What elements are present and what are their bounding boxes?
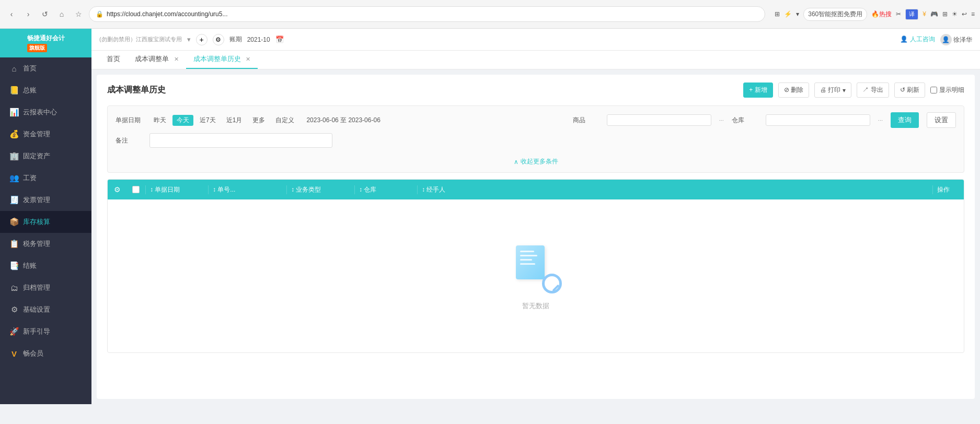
lightning-icon[interactable]: ⚡ (784, 10, 792, 18)
show-col-checkbox-input[interactable] (930, 87, 937, 93)
print-btn[interactable]: 🖨 打印 ▾ (814, 83, 851, 98)
undo-icon[interactable]: ↩ (962, 10, 967, 18)
goods-more-btn[interactable]: ··· (719, 117, 724, 123)
add-period-btn[interactable]: + (196, 34, 207, 45)
sidebar-item-settle[interactable]: 📑 结账 (0, 255, 91, 277)
sidebar-label-guide: 新手引导 (23, 327, 50, 336)
company-notice: (勿删勿禁用）江西服宝测试专用 (99, 36, 182, 43)
filter-row-1: 单据日期 昨天 今天 近7天 近1月 更多 自定义 2023-06-06 至 2… (116, 112, 956, 128)
apps-icon[interactable]: ⊞ (942, 10, 948, 18)
scissors-icon[interactable]: ✂ (896, 10, 901, 18)
sidebar-item-settings[interactable]: ⚙ 基础设置 (0, 299, 91, 321)
shortcut-1month[interactable]: 近1月 (222, 115, 247, 126)
sidebar-item-finance[interactable]: 💰 资金管理 (0, 123, 91, 145)
home-button[interactable]: ⌂ (55, 8, 68, 20)
star-button[interactable]: ☆ (72, 8, 85, 20)
col-date[interactable]: ↕ 单据日期 (145, 185, 208, 194)
calendar-icon[interactable]: 📅 (275, 36, 284, 43)
col-no-label: ↕ 单号... (213, 185, 235, 194)
col-warehouse[interactable]: ↕ 仓库 (354, 185, 417, 194)
search-label[interactable]: 360智能抠图免费用 (803, 8, 867, 21)
sidebar-item-assets[interactable]: 🏢 固定资产 (0, 145, 91, 167)
sidebar-logo[interactable]: 畅捷通好会计 旗舰版 (0, 29, 91, 57)
url-text: https://cloud.chanjet.com/accounting/uru… (107, 10, 227, 18)
warehouse-input[interactable] (766, 114, 870, 126)
delete-btn[interactable]: ⊘ 删除 (778, 83, 809, 98)
sidebar-item-stock[interactable]: 📦 库存核算 (0, 211, 91, 233)
empty-state: 暂无数据 (108, 199, 964, 352)
stock-icon: 📦 (9, 217, 19, 227)
date-range: 2023-06-06 至 2023-06-06 (306, 116, 380, 125)
set-btn[interactable]: 设置 (927, 112, 956, 128)
print-label: 🖨 打印 (820, 86, 840, 95)
page-title: 成本调整单历史 (107, 85, 166, 96)
show-col-toggle[interactable]: 显示明细 (930, 86, 964, 95)
brightness-icon[interactable]: ☀ (952, 10, 958, 18)
tab-close-adjust[interactable]: ✕ (174, 56, 179, 62)
shortcut-today[interactable]: 今天 (172, 115, 193, 126)
main-layout: 畅捷通好会计 旗舰版 ⌂ 首页 📒 总账 📊 云报表中心 💰 资金管理 🏢 固定… (0, 29, 980, 404)
shortcut-custom[interactable]: 自定义 (271, 115, 298, 126)
empty-text: 暂无数据 (522, 301, 549, 311)
refresh-btn[interactable]: ↺ 刷新 (894, 83, 925, 98)
col-handler[interactable]: ↕ 经手人 (417, 185, 480, 194)
sidebar-item-home[interactable]: ⌂ 首页 (0, 57, 91, 79)
service-btn[interactable]: 👤 人工咨询 (900, 35, 935, 44)
nav-tab-home[interactable]: 首页 (99, 50, 128, 69)
settle-icon: 📑 (9, 261, 19, 270)
sidebar-label-settle: 结账 (23, 261, 37, 270)
warehouse-label: 仓库 (732, 116, 758, 125)
user-name: 徐泽华 (953, 36, 972, 43)
game-icon[interactable]: 🎮 (930, 10, 938, 18)
logo-line2: 旗舰版 (27, 44, 47, 52)
new-btn[interactable]: + 新增 (743, 83, 773, 98)
tab-close-history[interactable]: ✕ (246, 56, 250, 62)
sidebar-item-invoice[interactable]: 🧾 发票管理 (0, 189, 91, 211)
sidebar-label-settings: 基础设置 (23, 305, 50, 314)
wallet-icon[interactable]: ¥ (923, 10, 926, 18)
show-col-label: 显示明细 (939, 86, 964, 95)
shortcut-more[interactable]: 更多 (248, 115, 269, 126)
select-all-checkbox[interactable] (132, 186, 140, 193)
url-bar[interactable]: 🔒 https://cloud.chanjet.com/accounting/u… (89, 6, 765, 22)
remark-input[interactable] (149, 133, 332, 148)
column-gear-icon: ⚙ (114, 185, 121, 194)
guide-icon: 🚀 (9, 327, 19, 336)
shortcut-yesterday[interactable]: 昨天 (149, 115, 170, 126)
sidebar-item-vip[interactable]: V 畅会员 (0, 343, 91, 364)
column-settings-btn[interactable]: ⚙ (108, 185, 126, 194)
top-settings-btn[interactable]: ⚙ (213, 34, 224, 45)
col-handler-label: ↕ 经手人 (422, 185, 445, 194)
lock-icon: 🔒 (96, 10, 103, 18)
dropdown-icon[interactable]: ▾ (796, 10, 799, 18)
menu-icon[interactable]: ≡ (971, 10, 975, 18)
reload-button[interactable]: ↺ (39, 8, 51, 20)
sidebar-item-reports[interactable]: 📊 云报表中心 (0, 101, 91, 123)
dropdown-arrow[interactable]: ▾ (187, 36, 191, 43)
col-no[interactable]: ↕ 单号... (208, 185, 286, 194)
table-container: ⚙ ↕ 单据日期 ↕ 单号... ↕ 业务类型 ↕ 仓库 (107, 179, 964, 353)
grid-icon[interactable]: ⊞ (775, 10, 780, 18)
warehouse-more-btn[interactable]: ··· (878, 117, 883, 123)
shortcut-7days[interactable]: 近7天 (195, 115, 220, 126)
goods-input[interactable] (607, 114, 711, 126)
user-btn[interactable]: 👤 徐泽华 (940, 34, 972, 45)
select-all-cell[interactable] (126, 186, 145, 193)
forward-button[interactable]: › (22, 8, 34, 20)
col-type[interactable]: ↕ 业务类型 (286, 185, 354, 194)
sidebar-item-archive[interactable]: 🗂 归档管理 (0, 277, 91, 299)
date-shortcuts: 昨天 今天 近7天 近1月 更多 自定义 (149, 115, 298, 126)
export-btn[interactable]: ↗ 导出 (857, 83, 889, 98)
nav-tab-adjust[interactable]: 成本调整单 ✕ (128, 50, 186, 69)
nav-tab-history[interactable]: 成本调整单历史 ✕ (186, 50, 258, 69)
sidebar-label-assets: 固定资产 (23, 151, 50, 161)
query-btn[interactable]: 查询 (891, 112, 919, 128)
sidebar-item-ledger[interactable]: 📒 总账 (0, 79, 91, 101)
translate-btn[interactable]: 译 (905, 9, 918, 20)
collapse-btn[interactable]: ∧ 收起更多条件 (514, 157, 558, 166)
sidebar-item-salary[interactable]: 👥 工资 (0, 167, 91, 189)
back-button[interactable]: ‹ (5, 8, 18, 20)
sidebar-item-tax[interactable]: 📋 税务管理 (0, 233, 91, 255)
sidebar-item-guide[interactable]: 🚀 新手引导 (0, 321, 91, 343)
sidebar-label-stock: 库存核算 (23, 217, 50, 227)
